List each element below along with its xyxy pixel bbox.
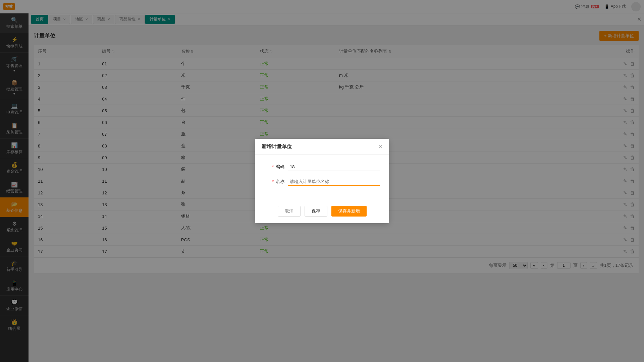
save-button[interactable]: 保存	[305, 206, 327, 217]
add-unit-modal: 新增计量单位 ✕ * 编码 * 名称 取消 保存 保存并新增	[255, 139, 389, 223]
code-field-row: * 编码	[264, 163, 380, 171]
required-mark: *	[272, 179, 274, 184]
cancel-button[interactable]: 取消	[278, 206, 301, 217]
code-input[interactable]	[288, 163, 380, 171]
modal-overlay: 新增计量单位 ✕ * 编码 * 名称 取消 保存 保存并新增	[0, 0, 644, 362]
modal-header: 新增计量单位 ✕	[255, 139, 389, 155]
modal-close-button[interactable]: ✕	[378, 143, 382, 150]
save-and-new-button[interactable]: 保存并新增	[331, 206, 367, 217]
name-field-row: * 名称	[264, 178, 380, 186]
code-label: * 编码	[264, 164, 284, 170]
modal-title: 新增计量单位	[262, 143, 292, 150]
modal-footer: 取消 保存 保存并新增	[255, 200, 389, 223]
modal-body: * 编码 * 名称	[255, 155, 389, 200]
name-label: * 名称	[264, 179, 284, 185]
required-mark: *	[272, 164, 274, 169]
name-input[interactable]	[288, 178, 380, 186]
